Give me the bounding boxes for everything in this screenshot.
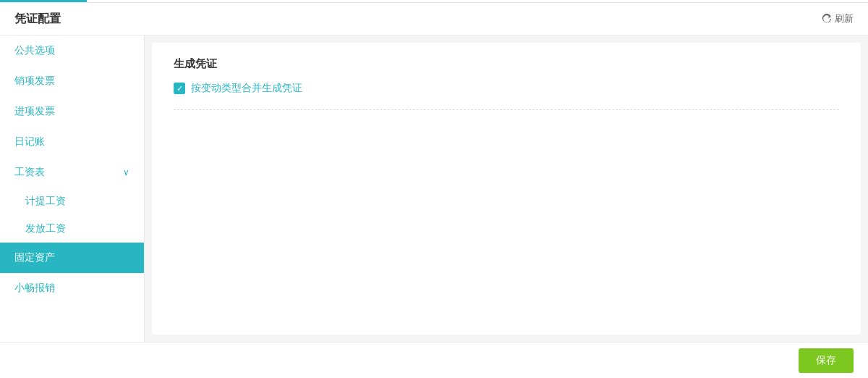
refresh-button[interactable]: 刷新 <box>822 12 854 25</box>
page-footer: 保存 <box>0 342 868 378</box>
sidebar-item-label: 小畅报销 <box>14 282 55 295</box>
refresh-label: 刷新 <box>835 12 854 25</box>
sidebar-item-public[interactable]: 公共选项 <box>0 35 144 66</box>
sidebar-item-calculate-payroll[interactable]: 计提工资 <box>0 188 144 215</box>
sidebar: 公共选项 销项发票 进项发票 日记账 工资表 ∨ 计提工资 发放工资 固定资 <box>0 35 145 342</box>
checkbox-row[interactable]: 按变动类型合并生成凭证 <box>174 82 839 95</box>
sidebar-item-label: 进项发票 <box>14 105 55 118</box>
checkbox-label: 按变动类型合并生成凭证 <box>191 82 302 95</box>
main-layout: 公共选项 销项发票 进项发票 日记账 工资表 ∨ 计提工资 发放工资 固定资 <box>0 35 868 342</box>
refresh-icon <box>822 14 832 24</box>
sidebar-item-label: 计提工资 <box>25 195 66 206</box>
sidebar-item-label: 发放工资 <box>25 222 66 234</box>
page-title: 凭证配置 <box>14 12 61 27</box>
sidebar-item-distribute-payroll[interactable]: 发放工资 <box>0 215 144 243</box>
sidebar-item-label: 销项发票 <box>14 75 55 88</box>
sidebar-item-expense[interactable]: 小畅报销 <box>0 273 144 303</box>
sidebar-item-sales-invoice[interactable]: 销项发票 <box>0 66 144 96</box>
sidebar-item-payroll[interactable]: 工资表 ∨ <box>0 157 144 188</box>
sidebar-item-fixed-assets[interactable]: 固定资产 <box>0 243 144 273</box>
page-header: 凭证配置 刷新 <box>0 3 868 35</box>
save-button[interactable]: 保存 <box>799 348 854 373</box>
sidebar-item-label: 工资表 <box>14 166 45 179</box>
section-divider <box>174 109 839 110</box>
sidebar-item-label: 日记账 <box>14 135 45 148</box>
sidebar-item-purchase-invoice[interactable]: 进项发票 <box>0 96 144 127</box>
section-title: 生成凭证 <box>174 57 839 71</box>
sidebar-item-journal[interactable]: 日记账 <box>0 127 144 157</box>
content-area: 生成凭证 按变动类型合并生成凭证 <box>152 43 861 335</box>
sidebar-item-label: 固定资产 <box>14 251 55 264</box>
merge-checkbox[interactable] <box>174 83 185 94</box>
chevron-down-icon: ∨ <box>123 167 129 177</box>
sidebar-item-label: 公共选项 <box>14 44 55 57</box>
page-wrapper: 凭证配置 刷新 公共选项 销项发票 进项发票 日记账 <box>0 0 868 378</box>
